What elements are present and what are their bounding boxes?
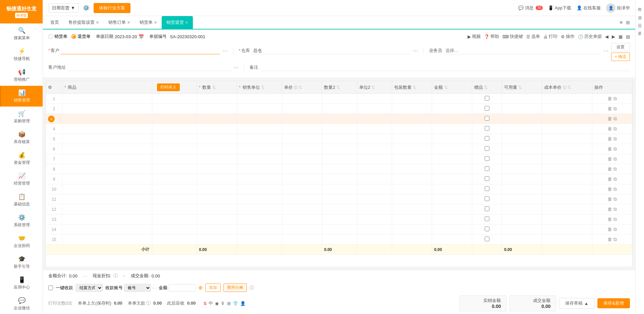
cell-qty2[interactable] (322, 194, 357, 204)
cell-pkg-qty[interactable] (392, 124, 432, 134)
copy-row-icon[interactable]: ⧉ (613, 216, 617, 222)
cell-qty2[interactable] (322, 114, 357, 124)
save-new-btn[interactable]: 保存&新增 (597, 298, 630, 308)
calendar-icon[interactable]: 📅 (139, 34, 144, 39)
cell-amount[interactable] (432, 225, 472, 235)
gift-checkbox[interactable] (485, 156, 489, 161)
tool-icon-4[interactable]: ⊞ (227, 301, 231, 306)
cell-amount[interactable] (432, 214, 472, 225)
cell-pkg-qty[interactable] (392, 204, 432, 214)
one-key-payment-checkbox[interactable] (48, 286, 53, 290)
cell-amount[interactable] (432, 134, 472, 144)
cell-qty[interactable] (197, 225, 237, 235)
remark-input[interactable] (260, 64, 630, 71)
cell-amount[interactable] (432, 184, 472, 194)
gift-checkbox[interactable] (485, 196, 489, 201)
cell-qty2[interactable] (322, 204, 357, 214)
sidebar-item-basic[interactable]: 📋 基础信息 (0, 190, 43, 210)
cell-pkg-qty[interactable] (392, 214, 432, 225)
action-history[interactable]: 🕐 历史单据 (578, 34, 602, 40)
cost-info-icon[interactable]: ⓘ (563, 85, 567, 89)
cell-gift[interactable] (472, 214, 502, 225)
app-download-item[interactable]: 📱 App下载 (548, 5, 571, 11)
cell-pkg-qty[interactable] (392, 114, 432, 124)
sidebar-item-appstore[interactable]: 📱 应用中心 (0, 273, 43, 294)
cell-goods[interactable] (62, 104, 152, 114)
cell-price[interactable] (282, 174, 322, 184)
delete-row-icon[interactable]: 🗑 (607, 176, 612, 182)
gift-checkbox[interactable] (485, 227, 489, 231)
cell-qty[interactable] (197, 184, 237, 194)
cell-price[interactable] (282, 114, 322, 124)
copy-row-icon[interactable]: ⧉ (613, 96, 617, 102)
cell-available[interactable] (502, 124, 542, 134)
copy-row-icon[interactable]: ⧉ (613, 146, 617, 152)
copy-row-icon[interactable]: ⧉ (613, 186, 617, 192)
gift-checkbox[interactable] (485, 176, 489, 181)
cell-unit2[interactable] (357, 104, 392, 114)
delete-row-icon[interactable]: 🗑 (607, 96, 612, 102)
cell-qty[interactable] (197, 235, 237, 245)
cell-gift[interactable] (472, 235, 502, 245)
cell-goods[interactable] (62, 204, 152, 214)
sidebar-item-sales[interactable]: 📊 销售管理 (0, 86, 43, 107)
cell-unit[interactable] (237, 174, 282, 184)
cell-price[interactable] (282, 164, 322, 174)
delete-row-icon[interactable]: 🗑 (607, 227, 612, 232)
staff-input[interactable] (443, 47, 601, 54)
detail-view-icon[interactable]: ▤ (626, 34, 630, 39)
cell-available[interactable] (502, 94, 542, 104)
tab-close-icon[interactable]: ✕ (127, 20, 130, 25)
sidebar-item-finance[interactable]: 💰 资金管理 (0, 148, 43, 169)
delete-row-icon[interactable]: 🗑 (607, 186, 612, 192)
copy-row-icon[interactable]: ⧉ (613, 227, 617, 232)
daily-goods-selector[interactable]: 日用百货 ▼ (48, 3, 79, 13)
cell-gift[interactable] (472, 154, 502, 164)
cell-qty2[interactable] (322, 225, 357, 235)
cell-unit2[interactable] (357, 124, 392, 134)
cell-unit[interactable] (237, 184, 282, 194)
tab-home[interactable]: 首页 (46, 16, 64, 29)
cell-goods[interactable] (62, 225, 152, 235)
save-draft-btn[interactable]: 保存草稿 ▲ (559, 298, 595, 309)
cell-goods[interactable] (62, 174, 152, 184)
message-icon-item[interactable]: 💬 消息 70 (518, 5, 543, 11)
right-panel-icon-1[interactable]: 附件 (637, 3, 643, 7)
copy-row-icon[interactable]: ⧉ (613, 116, 617, 122)
gift-checkbox[interactable] (485, 126, 489, 131)
cell-gift[interactable] (472, 225, 502, 235)
cell-goods[interactable] (62, 134, 152, 144)
cell-available[interactable] (502, 114, 542, 124)
sidebar-item-search[interactable]: 🔍 搜索菜单 (0, 23, 43, 44)
gift-checkbox[interactable] (485, 186, 489, 191)
copy-row-icon[interactable]: ⧉ (613, 237, 617, 242)
fee-info-icon[interactable]: ⓘ (250, 285, 254, 291)
user-profile-item[interactable]: 👤 徐泽华 (606, 3, 630, 13)
cell-pkg-qty[interactable] (392, 94, 432, 104)
gift-checkbox[interactable] (485, 146, 489, 151)
cell-available[interactable] (502, 134, 542, 144)
right-panel-icon-3[interactable]: 日志 (637, 19, 643, 23)
cell-unit2[interactable] (357, 204, 392, 214)
fee-btn[interactable]: 费用分摊 (223, 284, 247, 292)
cell-unit2[interactable] (357, 235, 392, 245)
delete-row-icon[interactable]: 🗑 (607, 136, 612, 142)
sidebar-item-inventory[interactable]: 📦 库存核算 (0, 127, 43, 148)
cell-gift[interactable] (472, 104, 502, 114)
cell-available[interactable] (502, 214, 542, 225)
delete-row-icon[interactable]: 🗑 (607, 106, 612, 112)
cell-price[interactable] (282, 235, 322, 245)
tab-sales-order[interactable]: 销售订单 ✕ (104, 16, 135, 29)
maximize-icon[interactable]: ⊞ (626, 20, 630, 25)
cell-amount[interactable] (432, 174, 472, 184)
sidebar-item-marketing[interactable]: 📢 营销推广 (0, 65, 43, 86)
cell-price[interactable] (282, 214, 322, 225)
cell-goods[interactable] (62, 124, 152, 134)
cell-qty[interactable] (197, 214, 237, 225)
cell-unit[interactable] (237, 144, 282, 154)
cell-unit2[interactable] (357, 164, 392, 174)
cell-gift[interactable] (472, 124, 502, 134)
cell-gift[interactable] (472, 184, 502, 194)
delete-row-icon[interactable]: 🗑 (607, 237, 612, 242)
staff-dots[interactable]: ··· (603, 47, 608, 54)
